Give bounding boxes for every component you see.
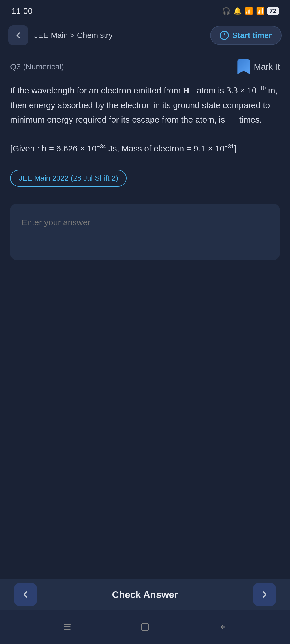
prev-question-button[interactable] xyxy=(14,583,37,606)
check-answer-button[interactable]: Check Answer xyxy=(112,589,178,600)
system-menu-button[interactable] xyxy=(59,620,75,634)
signal-icon: 📶 xyxy=(256,7,265,15)
question-label: Q3 (Numerical) xyxy=(10,62,64,71)
subject-tag[interactable]: JEE Main 2022 (28 Jul Shift 2) xyxy=(10,170,127,187)
system-nav xyxy=(0,610,290,644)
headphone-icon: 🎧 xyxy=(222,7,231,15)
system-back-button[interactable] xyxy=(215,619,231,635)
mark-it-button[interactable]: Mark It xyxy=(237,59,280,74)
svg-rect-2 xyxy=(64,629,71,630)
question-body: If the wavelength for an electron emitte… xyxy=(0,80,290,164)
bookmark-icon xyxy=(237,59,250,74)
tag-container: JEE Main 2022 (28 Jul Shift 2) xyxy=(0,164,290,198)
start-timer-button[interactable]: Start timer xyxy=(210,26,282,45)
breadcrumb: JEE Main > Chemistry : xyxy=(34,31,204,40)
bell-icon: 🔔 xyxy=(233,7,242,15)
svg-rect-1 xyxy=(64,626,71,627)
answer-input[interactable] xyxy=(22,218,268,227)
answer-box xyxy=(10,204,280,260)
timer-icon xyxy=(220,31,229,40)
status-icons: 🎧 🔔 📶 📶 72 xyxy=(222,7,279,15)
next-question-button[interactable] xyxy=(253,583,276,606)
back-button[interactable] xyxy=(8,25,28,45)
svg-rect-3 xyxy=(142,624,148,630)
system-home-button[interactable] xyxy=(137,619,153,636)
svg-rect-0 xyxy=(64,624,71,625)
answer-section xyxy=(0,198,290,266)
bottom-bar: Check Answer xyxy=(0,579,290,610)
nav-bar: JEE Main > Chemistry : Start timer xyxy=(0,20,290,51)
question-text: If the wavelength for an electron emitte… xyxy=(10,83,280,156)
status-bar: 11:00 🎧 🔔 📶 📶 72 xyxy=(0,0,290,20)
status-time: 11:00 xyxy=(11,6,33,16)
timer-label: Start timer xyxy=(232,31,272,40)
wifi-icon: 📶 xyxy=(245,7,253,15)
question-header: Q3 (Numerical) Mark It xyxy=(0,51,290,80)
battery-level: 72 xyxy=(267,7,279,15)
mark-it-label: Mark It xyxy=(254,62,280,72)
